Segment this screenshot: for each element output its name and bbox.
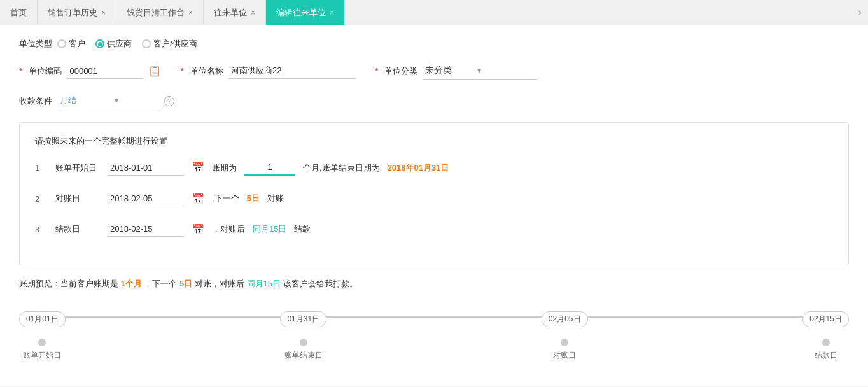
unit-category-star: *: [375, 66, 378, 76]
radio-customer-label: 客户: [69, 38, 85, 50]
payment-condition-row: 收款条件 月结 ▾ ?: [19, 92, 849, 109]
row-1-end-date: 2018年01月31日: [388, 162, 449, 174]
payment-condition-field: 收款条件 月结 ▾ ?: [19, 92, 174, 109]
row-3-label: 结款日: [55, 223, 100, 235]
row-1-period-input[interactable]: [244, 160, 295, 176]
preview-middle: ，下一个: [144, 279, 177, 288]
close-cash-work-icon[interactable]: ×: [188, 8, 193, 17]
radio-both-circle: [142, 39, 151, 48]
tab-home-label: 首页: [10, 7, 27, 18]
payment-condition-label: 收款条件: [19, 95, 52, 107]
point-2-date: 01月31日: [280, 311, 326, 327]
row-2-prefix: ,下一个: [212, 193, 239, 204]
unit-name-input[interactable]: [228, 64, 356, 79]
unit-category-value: 未分类: [425, 65, 452, 76]
point-3-circle: [561, 339, 568, 346]
unit-category-field: * 单位分类 未分类 ▾: [375, 62, 537, 80]
unit-code-field: * 单位编码 📋: [19, 64, 161, 79]
point-3-date: 02月05日: [542, 311, 588, 327]
unit-name-field: * 单位名称: [180, 64, 355, 79]
payment-condition-value: 月结: [60, 95, 76, 106]
panel-row-3: 3 结款日 📅 ，对账后 同月15日 结款: [35, 222, 833, 237]
close-sales-history-icon[interactable]: ×: [101, 8, 106, 17]
unit-category-label: 单位分类: [384, 66, 417, 77]
preview-part1: 1个月: [121, 279, 142, 288]
tab-home[interactable]: 首页: [0, 0, 38, 25]
row-2-highlight: 5日: [247, 193, 260, 204]
tab-partner-label: 往来单位: [214, 7, 247, 18]
tab-cash-work-label: 钱货日清工作台: [127, 7, 185, 18]
radio-supplier-label: 供应商: [107, 38, 132, 50]
unit-category-dropdown-icon: ▾: [477, 66, 481, 75]
preview-prefix: 账期预览：当前客户账期是: [19, 279, 118, 288]
preview-suffix: 该客户会给我打款。: [283, 279, 358, 288]
row-3-prefix: ，对账后: [212, 223, 245, 235]
point-1-date: 01月01日: [19, 311, 66, 327]
unit-code-star: *: [19, 66, 22, 76]
radio-both-label: 客户/供应商: [153, 38, 197, 50]
radio-customer-circle: [57, 39, 66, 48]
payment-condition-select[interactable]: 月结 ▾: [57, 92, 159, 109]
row-3-highlight: 同月15日: [253, 223, 286, 235]
unit-type-field: 单位类型 客户 供应商 客户/供应商: [19, 38, 197, 50]
radio-supplier-circle: [95, 39, 104, 48]
row-3-calendar-icon[interactable]: 📅: [192, 223, 204, 236]
row-3-suffix: 结款: [294, 223, 311, 235]
timeline-points: 01月01日 账单开始日 01月31日 账单结束日 02月05日 对账日 02月…: [19, 311, 849, 361]
row-2-suffix: 对账: [267, 193, 284, 204]
radio-supplier[interactable]: 供应商: [95, 38, 132, 50]
close-partner-icon[interactable]: ×: [251, 8, 255, 17]
tab-bar: 首页 销售订单历史 × 钱货日清工作台 × 往来单位 × 编辑往来单位 × ›: [0, 0, 868, 25]
row-1-calendar-icon[interactable]: 📅: [192, 162, 204, 174]
timeline-point-3: 02月05日 对账日: [542, 311, 588, 361]
row-1-period-prefix: 账期为: [212, 162, 237, 174]
point-4-label: 结款日: [815, 350, 837, 361]
panel-row-2: 2 对账日 📅 ,下一个 5日 对账: [35, 191, 833, 206]
timeline: 01月01日 账单开始日 01月31日 账单结束日 02月05日 对账日 02月…: [19, 305, 849, 374]
tab-more-button[interactable]: ›: [851, 0, 868, 25]
point-4-date: 02月15日: [802, 311, 849, 327]
preview-part2: 5日: [179, 279, 192, 288]
row-2-num: 2: [35, 194, 48, 204]
row-2-label: 对账日: [55, 193, 100, 204]
panel-title: 请按照未来的一个完整帐期进行设置: [35, 136, 833, 147]
unit-type-label: 单位类型: [19, 38, 52, 50]
tab-partner[interactable]: 往来单位 ×: [204, 0, 266, 25]
tab-sales-history-label: 销售订单历史: [48, 7, 97, 18]
tab-edit-partner-label: 编辑往来单位: [276, 7, 326, 18]
radio-group: 客户 供应商 客户/供应商: [57, 38, 197, 50]
help-icon[interactable]: ?: [164, 96, 174, 106]
point-1-circle: [38, 339, 46, 346]
row-3-num: 3: [35, 225, 48, 234]
row-2-date-input[interactable]: [108, 191, 184, 206]
point-2-label: 账单结束日: [284, 350, 323, 361]
row-1-date-input[interactable]: [108, 160, 184, 176]
tab-sales-history[interactable]: 销售订单历史 ×: [38, 0, 116, 25]
point-3-label: 对账日: [553, 350, 576, 361]
close-edit-partner-icon[interactable]: ×: [330, 8, 334, 17]
row-2-calendar-icon[interactable]: 📅: [192, 193, 204, 205]
panel-row-1: 1 账单开始日 📅 账期为 个月,账单结束日期为 2018年01月31日: [35, 160, 833, 176]
preview-section: 账期预览：当前客户账期是 1个月 ，下一个 5日 对账，对账后 同月15日 该客…: [19, 278, 849, 290]
point-4-circle: [822, 339, 830, 346]
unit-type-row: 单位类型 客户 供应商 客户/供应商: [19, 38, 849, 50]
row-3-date-input[interactable]: [108, 222, 184, 237]
tab-cash-work[interactable]: 钱货日清工作台 ×: [116, 0, 204, 25]
unit-name-star: *: [180, 66, 183, 76]
settings-panel: 请按照未来的一个完整帐期进行设置 1 账单开始日 📅 账期为 个月,账单结束日期…: [19, 122, 849, 265]
unit-code-input[interactable]: [67, 64, 143, 79]
radio-both[interactable]: 客户/供应商: [142, 38, 197, 50]
timeline-point-4: 02月15日 结款日: [802, 311, 849, 361]
tab-edit-partner[interactable]: 编辑往来单位 ×: [266, 0, 345, 25]
preview-part3: 同月15日: [247, 279, 281, 288]
point-2-circle: [300, 339, 307, 346]
radio-customer[interactable]: 客户: [57, 38, 85, 50]
unit-info-row: * 单位编码 📋 * 单位名称 * 单位分类 未分类 ▾: [19, 62, 849, 80]
unit-code-label: 单位编码: [29, 66, 62, 77]
preview-middle2: 对账，对账后: [195, 279, 244, 288]
unit-name-label: 单位名称: [190, 66, 223, 77]
unit-code-calendar-icon[interactable]: 📋: [148, 65, 161, 77]
unit-category-select[interactable]: 未分类 ▾: [423, 62, 537, 80]
timeline-point-1: 01月01日 账单开始日: [19, 311, 66, 361]
payment-condition-dropdown-icon: ▾: [115, 96, 118, 105]
